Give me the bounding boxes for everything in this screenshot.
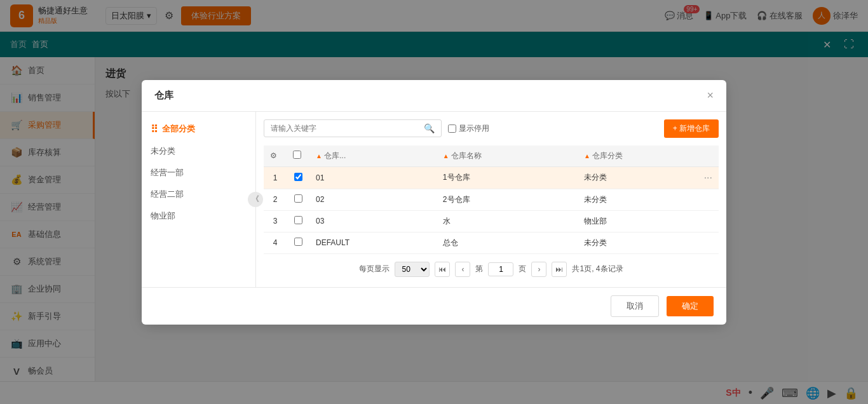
page-number-input[interactable] (488, 262, 513, 276)
row-code: 01 (309, 166, 437, 189)
table-toolbar: 🔍 显示停用 + 新增仓库 (264, 119, 719, 138)
sort-icon-category: ▲ (584, 152, 590, 159)
row-code: 02 (309, 189, 437, 210)
warehouse-modal: 仓库 × ⠿ 全部分类 未分类 经营一部 经营二部 物业部 《 (142, 80, 726, 325)
col-name: ▲ 仓库名称 (437, 145, 578, 167)
row-category: 物业部 (578, 210, 719, 232)
modal-title: 仓库 (154, 90, 173, 102)
cancel-button[interactable]: 取消 (611, 295, 659, 317)
table-panel: 🔍 显示停用 + 新增仓库 ⚙ ▲ (256, 112, 726, 287)
row-category: 未分类 (578, 232, 719, 253)
table-row[interactable]: 4 DEFAULT 总仓 未分类 (264, 232, 719, 253)
row-checkbox[interactable] (294, 238, 302, 246)
add-warehouse-button[interactable]: + 新增仓库 (664, 119, 719, 138)
search-box[interactable]: 🔍 (264, 119, 442, 137)
category-grid-icon: ⠿ (151, 123, 158, 135)
table-row[interactable]: 3 03 水 物业部 (264, 210, 719, 232)
sort-icon-name: ▲ (443, 152, 449, 159)
col-code: ▲ 仓库... (309, 145, 437, 167)
row-num: 4 (264, 232, 287, 253)
more-btn[interactable]: ··· (704, 172, 712, 184)
category-panel: ⠿ 全部分类 未分类 经营一部 经营二部 物业部 《 (142, 112, 256, 287)
gear-col-icon: ⚙ (270, 151, 277, 160)
category-item-unclassified[interactable]: 未分类 (142, 140, 255, 162)
row-num: 3 (264, 210, 287, 232)
modal-header: 仓库 × (142, 80, 726, 112)
select-all-checkbox[interactable] (293, 151, 301, 159)
col-checkbox (287, 145, 309, 167)
show-disabled-label[interactable]: 显示停用 (448, 123, 489, 134)
row-name: 水 (437, 210, 578, 232)
last-page-button[interactable]: ⏭ (552, 262, 567, 277)
row-name: 总仓 (437, 232, 578, 253)
row-code: DEFAULT (309, 232, 437, 253)
modal-body: ⠿ 全部分类 未分类 经营一部 经营二部 物业部 《 🔍 (142, 112, 726, 287)
warehouse-table: ⚙ ▲ 仓库... ▲ 仓库名称 ▲ (264, 145, 719, 254)
modal-overlay[interactable]: 仓库 × ⠿ 全部分类 未分类 经营一部 经营二部 物业部 《 (0, 0, 868, 404)
show-disabled-checkbox[interactable] (448, 125, 456, 133)
table-body: 1 01 1号仓库 未分类··· 2 02 2号仓库 未分类 3 03 水 物业… (264, 166, 719, 253)
row-name: 2号仓库 (437, 189, 578, 210)
row-checkbox[interactable] (294, 173, 302, 181)
search-icon[interactable]: 🔍 (424, 123, 435, 133)
row-checkbox[interactable] (294, 194, 302, 203)
search-input[interactable] (271, 124, 424, 133)
modal-close-icon[interactable]: × (707, 89, 714, 102)
row-checkbox[interactable] (294, 216, 302, 224)
pagination: 每页显示 50 20 100 ⏮ ‹ 第 页 › ⏭ 共1页, 4条记录 (264, 254, 719, 279)
category-item-property[interactable]: 物业部 (142, 205, 255, 227)
row-code: 03 (309, 210, 437, 232)
category-item-dept1[interactable]: 经营一部 (142, 162, 255, 184)
row-checkbox-cell[interactable] (287, 210, 309, 232)
prev-page-button[interactable]: ‹ (455, 262, 470, 277)
table-row[interactable]: 2 02 2号仓库 未分类 (264, 189, 719, 210)
row-category: 未分类··· (578, 166, 719, 189)
row-num: 2 (264, 189, 287, 210)
col-gear: ⚙ (264, 145, 287, 167)
row-checkbox-cell[interactable] (287, 166, 309, 189)
per-page-select[interactable]: 50 20 100 (395, 262, 430, 277)
sort-up-icon: ▲ (316, 152, 322, 159)
row-checkbox-cell[interactable] (287, 232, 309, 253)
modal-footer: 取消 确定 (142, 287, 726, 325)
table-header-row: ⚙ ▲ 仓库... ▲ 仓库名称 ▲ (264, 145, 719, 167)
confirm-button[interactable]: 确定 (667, 296, 714, 316)
table-row[interactable]: 1 01 1号仓库 未分类··· (264, 166, 719, 189)
col-category: ▲ 仓库分类 (578, 145, 719, 167)
row-category: 未分类 (578, 189, 719, 210)
row-checkbox-cell[interactable] (287, 189, 309, 210)
category-item-dept2[interactable]: 经营二部 (142, 184, 255, 205)
row-num: 1 (264, 166, 287, 189)
first-page-button[interactable]: ⏮ (435, 262, 450, 277)
category-collapse-button[interactable]: 《 (248, 192, 263, 207)
category-all[interactable]: ⠿ 全部分类 (142, 118, 255, 140)
row-name: 1号仓库 (437, 166, 578, 189)
next-page-button[interactable]: › (531, 262, 546, 277)
